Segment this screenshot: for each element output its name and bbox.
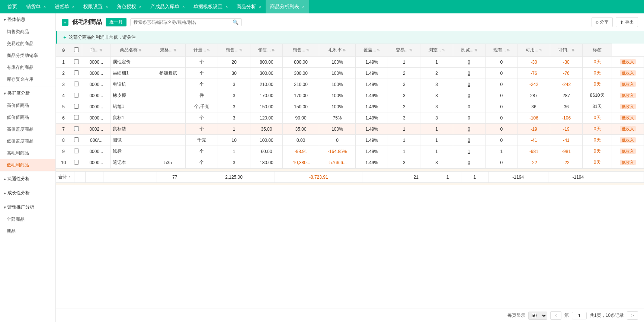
row-checkbox-input[interactable]	[74, 115, 79, 120]
sidebar-item-high-coverage[interactable]: 高覆盖度商品	[0, 123, 55, 135]
row-checkbox-input[interactable]	[74, 93, 79, 98]
close-purchase-order-icon[interactable]: ×	[72, 4, 74, 9]
th-sales-amt[interactable]: 销售...⇅	[283, 44, 319, 57]
th-unit[interactable]: 计量...⇅	[186, 44, 218, 57]
th-spec[interactable]: 规格...⇅	[151, 44, 185, 57]
close-template-icon[interactable]: ×	[225, 4, 228, 9]
sidebar-item-low-margin[interactable]: 低毛利商品	[0, 159, 55, 171]
row-coverage: 3	[388, 112, 420, 124]
row-checkbox[interactable]	[71, 157, 82, 168]
share-button[interactable]: ⎋ 分享	[592, 17, 613, 27]
th-gross-rate[interactable]: 毛利率⇅	[319, 44, 355, 57]
th-saleable[interactable]: 可销...⇅	[550, 44, 583, 57]
th-browse2[interactable]: 浏览...⇅	[453, 44, 485, 57]
row-checkbox-input[interactable]	[74, 104, 79, 109]
sidebar-item-goods-category-rate[interactable]: 商品分类助销率	[0, 50, 55, 61]
date-filter-button[interactable]: 近一月	[106, 18, 126, 26]
row-checkbox[interactable]	[71, 135, 82, 146]
row-transaction[interactable]: 3	[420, 90, 453, 101]
row-transaction[interactable]: 1	[420, 57, 453, 68]
row-checkbox-input[interactable]	[74, 59, 79, 64]
row-checkbox-input[interactable]	[74, 126, 79, 131]
sidebar-item-low-coverage[interactable]: 低覆盖度商品	[0, 135, 55, 147]
row-checkbox[interactable]	[71, 124, 82, 135]
sidebar-collapse-button[interactable]: «	[62, 19, 68, 26]
th-price[interactable]: 销售...⇅	[250, 44, 283, 57]
sidebar-group-growth[interactable]: ▸ 成长性分析	[0, 187, 55, 199]
row-transaction[interactable]: 3	[420, 79, 453, 90]
th-current[interactable]: 现有...⇅	[485, 44, 518, 57]
row-checkbox-input[interactable]	[74, 137, 79, 142]
th-available[interactable]: 可用...⇅	[518, 44, 550, 57]
search-input[interactable]	[134, 20, 233, 25]
nav-product-entry[interactable]: 产成品入库单 ×	[146, 0, 189, 13]
sidebar-item-high-margin[interactable]: 高毛利商品	[0, 147, 55, 159]
export-button[interactable]: ⬆ 导出	[616, 17, 638, 27]
row-available: -76	[550, 68, 583, 79]
row-price: 150.00	[250, 101, 283, 112]
close-product-analysis-list-icon[interactable]: ×	[302, 4, 304, 9]
row-tag: 低收入	[612, 79, 644, 90]
th-checkbox[interactable]	[71, 44, 82, 57]
row-unit: 个	[186, 124, 218, 135]
current-page-input[interactable]	[572, 312, 587, 319]
select-all-checkbox[interactable]	[74, 47, 79, 52]
th-code[interactable]: 商...⇅	[82, 44, 110, 57]
close-product-entry-icon[interactable]: ×	[182, 4, 185, 9]
sidebar-item-new-goods[interactable]: 新品	[0, 225, 55, 237]
row-transaction[interactable]: 1	[420, 124, 453, 135]
nav-product-analysis-list[interactable]: 商品分析列表 ×	[266, 0, 309, 13]
row-transaction[interactable]: 1	[420, 146, 453, 157]
row-checkbox[interactable]	[71, 68, 82, 79]
sidebar-item-traded-goods[interactable]: 交易过的商品	[0, 38, 55, 50]
row-transaction[interactable]: 3	[420, 157, 453, 168]
sidebar-item-all-goods[interactable]: 全部商品	[0, 213, 55, 225]
nav-template-settings[interactable]: 单据模板设置 ×	[189, 0, 232, 13]
content-header: « 低毛利商品 近一月 🔍 ⎋ 分享 ⬆ 导出	[56, 13, 644, 31]
row-transaction[interactable]: 3	[420, 101, 453, 112]
th-name[interactable]: 商品名称⇅	[110, 44, 151, 57]
sidebar-item-sales-goods[interactable]: 销售类商品	[0, 26, 55, 38]
sidebar-item-low-value[interactable]: 低价值商品	[0, 111, 55, 123]
sidebar-group-flow[interactable]: ▸ 流通性分析	[0, 173, 55, 185]
th-qty[interactable]: 销售...⇅	[218, 44, 250, 57]
export-icon: ⬆	[620, 20, 624, 25]
th-coverage[interactable]: 覆盖...⇅	[356, 44, 388, 57]
row-sales-pct: 100%	[319, 79, 355, 90]
per-page-select[interactable]: 50 100	[528, 312, 547, 320]
nav-product-analysis[interactable]: 商品分析 ×	[232, 0, 266, 13]
sidebar-item-inventory-funds[interactable]: 库存资金占用	[0, 73, 55, 85]
th-transaction[interactable]: 交易...⇅	[388, 44, 420, 57]
th-browse1[interactable]: 浏览...⇅	[420, 44, 453, 57]
sidebar-group-overview[interactable]: ▾ 整体信息	[0, 13, 55, 26]
th-settings[interactable]: ⚙	[56, 44, 71, 57]
close-product-analysis-icon[interactable]: ×	[259, 4, 261, 9]
sidebar-item-high-value[interactable]: 高价值商品	[0, 99, 55, 111]
sidebar-group-marketing[interactable]: ▾ 营销推广分析	[0, 201, 55, 213]
nav-sales-order[interactable]: 销货单 ×	[22, 0, 50, 13]
row-checkbox[interactable]	[71, 90, 82, 101]
row-checkbox[interactable]	[71, 101, 82, 112]
row-checkbox-input[interactable]	[74, 70, 79, 75]
row-checkbox[interactable]	[71, 146, 82, 157]
row-transaction[interactable]: 2	[420, 68, 453, 79]
row-checkbox[interactable]	[71, 112, 82, 124]
row-transaction[interactable]: 3	[420, 112, 453, 124]
nav-purchase-order[interactable]: 进货单 ×	[50, 0, 79, 13]
row-checkbox[interactable]	[71, 57, 82, 68]
prev-page-button[interactable]: ＜	[550, 311, 561, 320]
next-page-button[interactable]: ＞	[627, 311, 638, 320]
row-checkbox-input[interactable]	[74, 82, 79, 86]
row-checkbox-input[interactable]	[74, 160, 79, 165]
nav-home[interactable]: 首页	[3, 0, 22, 13]
close-permission-icon[interactable]: ×	[106, 4, 108, 9]
nav-permission-settings[interactable]: 权限设置 ×	[79, 0, 112, 13]
row-checkbox-input[interactable]	[74, 149, 79, 153]
nav-role-auth[interactable]: 角色授权 ×	[112, 0, 146, 13]
sidebar-item-in-stock-goods[interactable]: 有库存的商品	[0, 61, 55, 73]
row-checkbox[interactable]	[71, 79, 82, 90]
close-role-auth-icon[interactable]: ×	[139, 4, 141, 9]
sidebar-group-cluster[interactable]: ▾ 类群度分析	[0, 87, 55, 99]
row-transaction[interactable]: 1	[420, 135, 453, 146]
close-sales-order-icon[interactable]: ×	[44, 4, 46, 9]
